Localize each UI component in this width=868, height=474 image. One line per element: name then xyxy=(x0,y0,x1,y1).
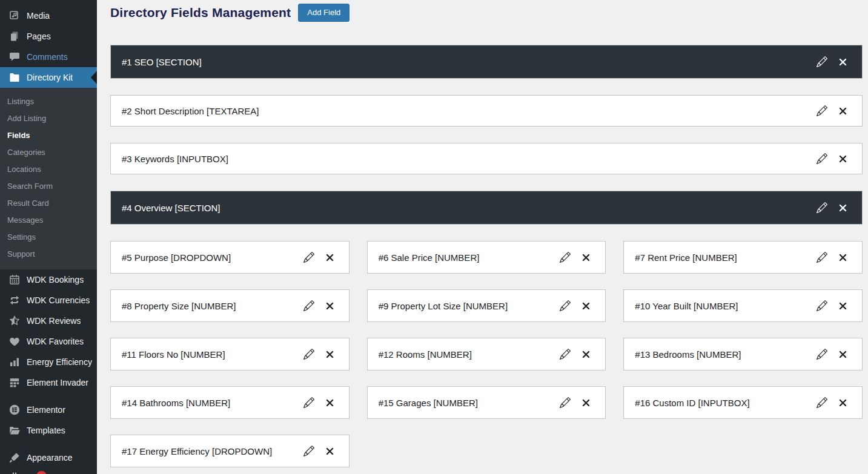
delete-field-button[interactable] xyxy=(325,350,334,359)
submenu-item-locations[interactable]: Locations xyxy=(0,160,97,177)
media-icon xyxy=(8,10,21,22)
edit-field-button[interactable] xyxy=(817,56,827,67)
field-row: #9 Property Lot Size [NUMBER] xyxy=(367,289,606,322)
edit-field-button[interactable] xyxy=(303,349,314,360)
menu-separator xyxy=(0,393,97,400)
row-actions xyxy=(817,153,847,164)
edit-field-button[interactable] xyxy=(817,202,827,213)
star-half-icon xyxy=(8,315,21,327)
field-label: #17 Energy Efficiency [DROPDOWN] xyxy=(122,446,303,456)
field-label: #8 Property Size [NUMBER] xyxy=(122,301,303,311)
edit-field-button[interactable] xyxy=(560,300,571,311)
edit-field-button[interactable] xyxy=(303,300,314,311)
delete-field-button[interactable] xyxy=(581,301,591,311)
submenu-item-add-listing[interactable]: Add Listing xyxy=(0,110,97,127)
edit-field-button[interactable] xyxy=(817,153,827,164)
sidebar-item-media[interactable]: Media xyxy=(0,5,97,26)
x-icon xyxy=(325,301,334,311)
field-row: #16 Custom ID [INPUTBOX] xyxy=(623,386,863,419)
delete-field-button[interactable] xyxy=(325,447,334,456)
submenu-item-search-form[interactable]: Search Form xyxy=(0,177,97,194)
pencil-icon xyxy=(817,397,827,408)
delete-field-button[interactable] xyxy=(838,203,847,212)
edit-field-button[interactable] xyxy=(817,349,827,360)
submenu-item-listings[interactable]: Listings xyxy=(0,93,97,110)
sidebar-item-directory-kit[interactable]: Directory Kit xyxy=(0,67,97,88)
edit-field-button[interactable] xyxy=(560,252,571,263)
delete-field-button[interactable] xyxy=(581,398,591,407)
page-title: Directory Fields Management xyxy=(110,5,291,20)
sidebar-item-elementor[interactable]: Elementor xyxy=(0,400,97,420)
delete-field-button[interactable] xyxy=(581,253,591,262)
submenu-item-support[interactable]: Support xyxy=(0,245,97,262)
bar-chart-icon xyxy=(8,356,21,368)
edit-field-button[interactable] xyxy=(560,349,571,360)
field-label: #1 SEO [SECTION] xyxy=(122,57,817,67)
pencil-icon xyxy=(817,349,827,360)
sidebar-item-wdk-favorites[interactable]: WDK Favorites xyxy=(0,331,97,352)
field-label: #6 Sale Price [NUMBER] xyxy=(379,252,560,263)
sidebar-item-templates[interactable]: Templates xyxy=(0,420,97,441)
sidebar-item-pages[interactable]: Pages xyxy=(0,26,97,47)
delete-field-button[interactable] xyxy=(325,301,334,311)
pencil-icon xyxy=(817,252,827,263)
sidebar-item-label: Pages xyxy=(27,31,51,41)
submenu-item-categories[interactable]: Categories xyxy=(0,143,97,160)
field-row: #2 Short Description [TEXTAREA] xyxy=(110,95,863,127)
admin-sidebar: MediaPagesCommentsDirectory Kit Listings… xyxy=(0,0,97,474)
x-icon xyxy=(838,253,847,262)
row-actions xyxy=(303,300,334,311)
sidebar-item-label: Comments xyxy=(27,52,68,62)
delete-field-button[interactable] xyxy=(325,398,334,407)
delete-field-button[interactable] xyxy=(838,107,847,116)
sidebar-item-energy-efficiency[interactable]: Energy Efficiency xyxy=(0,352,97,372)
sidebar-item-wdk-reviews[interactable]: WDK Reviews xyxy=(0,311,97,331)
field-label: #7 Rent Price [NUMBER] xyxy=(635,252,817,263)
pencil-icon xyxy=(817,202,827,213)
row-actions xyxy=(817,252,847,263)
edit-field-button[interactable] xyxy=(560,397,571,408)
field-row: #6 Sale Price [NUMBER] xyxy=(367,241,606,274)
delete-field-button[interactable] xyxy=(838,301,847,311)
menu-separator xyxy=(0,441,97,447)
delete-field-button[interactable] xyxy=(838,154,847,163)
edit-field-button[interactable] xyxy=(303,446,314,456)
pages-icon xyxy=(8,30,21,42)
field-label: #13 Bedrooms [NUMBER] xyxy=(635,349,817,360)
edit-field-button[interactable] xyxy=(303,252,314,263)
field-label: #14 Bathrooms [NUMBER] xyxy=(122,398,303,408)
sidebar-item-element-invader[interactable]: Element Invader xyxy=(0,372,97,393)
pencil-icon xyxy=(560,252,571,263)
delete-field-button[interactable] xyxy=(838,350,847,359)
fields-list-full: #1 SEO [SECTION]#2 Short Description [TE… xyxy=(110,45,863,225)
edit-field-button[interactable] xyxy=(817,105,827,116)
x-icon xyxy=(838,58,847,67)
edit-field-button[interactable] xyxy=(303,397,314,408)
sidebar-item-partial[interactable] xyxy=(0,468,97,474)
edit-field-button[interactable] xyxy=(817,397,827,408)
field-label: #12 Rooms [NUMBER] xyxy=(379,349,560,360)
delete-field-button[interactable] xyxy=(581,350,591,359)
submenu-item-messages[interactable]: Messages xyxy=(0,211,97,228)
sidebar-item-wdk-currencies[interactable]: WDK Currencies xyxy=(0,290,97,311)
sidebar-item-appearance[interactable]: Appearance xyxy=(0,447,97,468)
edit-field-button[interactable] xyxy=(817,300,827,311)
sidebar-item-label: WDK Favorites xyxy=(27,337,84,346)
edit-field-button[interactable] xyxy=(817,252,827,263)
sidebar-item-label: WDK Bookings xyxy=(27,275,84,285)
pencil-icon xyxy=(560,349,571,360)
submenu-item-settings[interactable]: Settings xyxy=(0,228,97,245)
delete-field-button[interactable] xyxy=(838,253,847,262)
row-actions xyxy=(303,446,334,456)
pencil-icon xyxy=(303,397,314,408)
submenu-item-result-card[interactable]: Result Card xyxy=(0,194,97,211)
folder-icon xyxy=(8,71,21,84)
delete-field-button[interactable] xyxy=(838,58,847,67)
field-row: #15 Garages [NUMBER] xyxy=(367,386,606,419)
submenu-item-fields[interactable]: Fields xyxy=(0,127,97,143)
add-field-button[interactable]: Add Field xyxy=(298,4,350,22)
delete-field-button[interactable] xyxy=(838,398,847,407)
delete-field-button[interactable] xyxy=(325,253,334,262)
sidebar-item-wdk-bookings[interactable]: WDK Bookings xyxy=(0,269,97,290)
sidebar-item-comments[interactable]: Comments xyxy=(0,47,97,67)
